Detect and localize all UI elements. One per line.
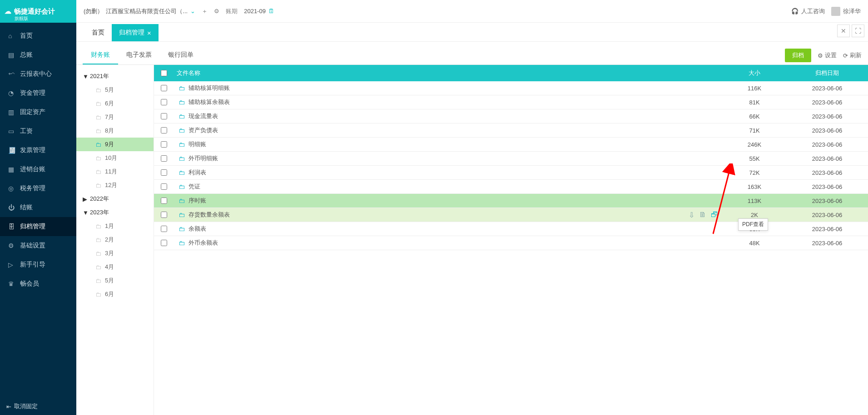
nav-home[interactable]: ⌂首页 bbox=[0, 26, 76, 45]
nav-invoice[interactable]: 🧾发票管理 bbox=[0, 141, 76, 160]
month-node[interactable]: 🗀11月 bbox=[76, 165, 154, 178]
row-checkbox[interactable] bbox=[161, 183, 167, 190]
month-node[interactable]: 🗀7月 bbox=[76, 110, 154, 124]
archive-date: 2023-06-06 bbox=[786, 198, 868, 204]
nav-guide[interactable]: ▷新手引导 bbox=[0, 255, 76, 274]
main: (勿删） 江西服宝精品有限责任公司（... ⌄ ＋ ⚙ 账期 2021-09 🗓… bbox=[76, 0, 868, 415]
export-excel-icon[interactable]: ⇩ bbox=[689, 211, 694, 219]
folder-icon: 🗀 bbox=[95, 250, 101, 257]
month-node[interactable]: 🗀5月 bbox=[76, 274, 154, 287]
user-menu[interactable]: 徐泽华 bbox=[831, 7, 861, 16]
subtab-finance[interactable]: 财务账 bbox=[83, 46, 118, 64]
table-row[interactable]: 🗀资产负债表71K2023-06-06 bbox=[154, 124, 868, 138]
month-node[interactable]: 🗀5月 bbox=[76, 83, 154, 97]
month-label: 12月 bbox=[105, 181, 117, 189]
view-pdf-icon[interactable]: 🗗 bbox=[711, 211, 718, 219]
row-checkbox[interactable] bbox=[161, 212, 167, 218]
month-node[interactable]: 🗀1月 bbox=[76, 219, 154, 233]
table-row[interactable]: 🗀外币余额表48K2023-06-06 bbox=[154, 236, 868, 250]
subtab-bank[interactable]: 银行回单 bbox=[160, 46, 202, 64]
lock-icon: ⏻ bbox=[8, 204, 15, 211]
nav-salary[interactable]: ▭工资 bbox=[0, 122, 76, 141]
close-icon[interactable]: × bbox=[147, 29, 151, 37]
table-row[interactable]: 🗀辅助核算余额表81K2023-06-06 bbox=[154, 95, 868, 109]
month-node[interactable]: 🗀10月 bbox=[76, 151, 154, 165]
fullscreen-icon[interactable]: ⛶ bbox=[852, 25, 864, 37]
month-node[interactable]: 🗀6月 bbox=[76, 287, 154, 301]
nav-member[interactable]: ♛畅会员 bbox=[0, 274, 76, 293]
nav-label: 结账 bbox=[20, 203, 33, 212]
nav-ledger[interactable]: ▤总账 bbox=[0, 45, 76, 64]
tab-archive[interactable]: 归档管理 × bbox=[112, 24, 159, 41]
file-size: 81K bbox=[723, 99, 786, 106]
nav-assets[interactable]: ▥固定资产 bbox=[0, 103, 76, 122]
row-checkbox[interactable] bbox=[161, 141, 167, 148]
year-node[interactable]: ▼2023年 bbox=[76, 206, 154, 219]
sidebar-unpin[interactable]: ⇤ 取消固定 bbox=[0, 398, 76, 415]
tab-home[interactable]: 首页 bbox=[84, 24, 112, 41]
table-header: 文件名称 大小 归档日期 bbox=[154, 65, 868, 81]
row-checkbox[interactable] bbox=[161, 226, 167, 232]
headset-icon: 🎧 bbox=[791, 8, 799, 15]
row-checkbox[interactable] bbox=[161, 198, 167, 204]
add-icon[interactable]: ＋ bbox=[202, 7, 208, 15]
table-row[interactable]: 🗀凭证163K2023-06-06 bbox=[154, 180, 868, 194]
month-node[interactable]: 🗀9月 bbox=[76, 138, 154, 151]
close-all-icon[interactable]: ✕ bbox=[837, 25, 850, 37]
file-size: 48K bbox=[723, 240, 786, 247]
month-label: 7月 bbox=[105, 113, 114, 121]
folder-icon: 🗀 bbox=[95, 114, 101, 121]
archive-button[interactable]: 归档 bbox=[785, 49, 811, 62]
refresh-button[interactable]: ⟳刷新 bbox=[843, 51, 862, 59]
row-checkbox[interactable] bbox=[161, 85, 167, 91]
select-all-checkbox[interactable] bbox=[161, 70, 167, 76]
row-checkbox[interactable] bbox=[161, 169, 167, 176]
period-picker[interactable]: 2021-09 🗓 bbox=[244, 8, 274, 15]
table-row[interactable]: 🗀辅助核算明细账116K2023-06-06 bbox=[154, 81, 868, 95]
table-row[interactable]: 🗀利润表72K2023-06-06 bbox=[154, 166, 868, 180]
subtab-einvoice[interactable]: 电子发票 bbox=[118, 46, 160, 64]
folder-icon: 🗀 bbox=[95, 291, 101, 298]
subtabs: 财务账 电子发票 银行回单 bbox=[83, 46, 202, 64]
nav-settings[interactable]: ⚙基础设置 bbox=[0, 236, 76, 255]
sidebar: ☁ 畅捷通好会计 旗舰版 ⌂首页 ▤总账 ⬿云报表中心 ◔资金管理 ▥固定资产 … bbox=[0, 0, 76, 415]
consult-label: 人工咨询 bbox=[801, 7, 825, 15]
archive-date: 2023-06-06 bbox=[786, 169, 868, 176]
month-node[interactable]: 🗀4月 bbox=[76, 260, 154, 274]
archive-date: 2023-06-06 bbox=[786, 127, 868, 134]
topbar: (勿删） 江西服宝精品有限责任公司（... ⌄ ＋ ⚙ 账期 2021-09 🗓… bbox=[76, 0, 868, 23]
year-node[interactable]: ▶2022年 bbox=[76, 192, 154, 206]
folder-icon: 🗀 bbox=[95, 277, 101, 284]
nav-tax[interactable]: ◎税务管理 bbox=[0, 179, 76, 198]
nav-archive[interactable]: 🗄归档管理 bbox=[0, 217, 76, 236]
month-node[interactable]: 🗀2月 bbox=[76, 233, 154, 247]
workspace: ▼2021年🗀5月🗀6月🗀7月🗀8月🗀9月🗀10月🗀11月🗀12月▶2022年▼… bbox=[76, 65, 868, 415]
folder-icon: 🗀 bbox=[95, 141, 101, 148]
nav-inventory[interactable]: ▦进销台账 bbox=[0, 160, 76, 179]
nav-reports[interactable]: ⬿云报表中心 bbox=[0, 64, 76, 84]
row-checkbox[interactable] bbox=[161, 99, 167, 105]
settings-icon[interactable]: ⚙ bbox=[214, 8, 219, 15]
row-checkbox[interactable] bbox=[161, 240, 167, 246]
month-node[interactable]: 🗀8月 bbox=[76, 124, 154, 138]
row-checkbox[interactable] bbox=[161, 113, 167, 119]
consult-link[interactable]: 🎧 人工咨询 bbox=[791, 7, 825, 15]
table-row[interactable]: 🗀现金流量表66K2023-06-06 bbox=[154, 109, 868, 124]
folder-icon: 🗀 bbox=[179, 99, 185, 106]
table-row[interactable]: 🗀序时账113K2023-06-06 bbox=[154, 194, 868, 208]
month-node[interactable]: 🗀6月 bbox=[76, 97, 154, 110]
settings-button[interactable]: ⚙设置 bbox=[818, 51, 837, 59]
table-row[interactable]: 🗀明细账246K2023-06-06 bbox=[154, 138, 868, 152]
row-checkbox[interactable] bbox=[161, 127, 167, 133]
row-checkbox[interactable] bbox=[161, 155, 167, 162]
year-node[interactable]: ▼2021年 bbox=[76, 69, 154, 83]
table-row[interactable]: 🗀外币明细账55K2023-06-06 bbox=[154, 152, 868, 166]
nav-close[interactable]: ⏻结账 bbox=[0, 198, 76, 217]
month-node[interactable]: 🗀12月 bbox=[76, 178, 154, 192]
nav-funds[interactable]: ◔资金管理 bbox=[0, 84, 76, 103]
nav: ⌂首页 ▤总账 ⬿云报表中心 ◔资金管理 ▥固定资产 ▭工资 🧾发票管理 ▦进销… bbox=[0, 23, 76, 398]
company-selector[interactable]: (勿删） 江西服宝精品有限责任公司（... ⌄ bbox=[84, 7, 195, 15]
export-pdf-icon[interactable]: 🗎 bbox=[699, 211, 706, 219]
refresh-icon: ⟳ bbox=[843, 52, 848, 59]
month-node[interactable]: 🗀3月 bbox=[76, 247, 154, 260]
